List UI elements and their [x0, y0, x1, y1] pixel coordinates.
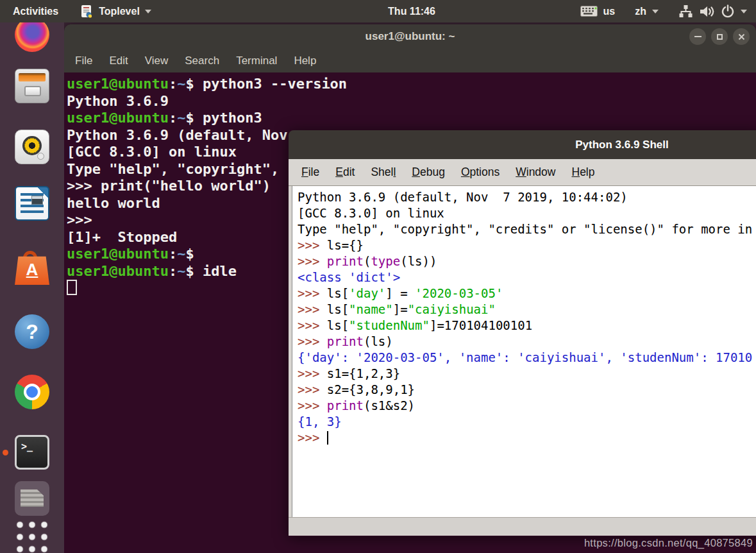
text-segment: >>> — [298, 382, 327, 396]
idle-menu-shell[interactable]: Shell — [371, 166, 396, 179]
dock-item-help[interactable] — [15, 314, 49, 349]
dock-item-writer[interactable] — [15, 186, 49, 221]
text-segment: user1@ubuntu — [67, 246, 169, 262]
code-line: >>> s1={1,2,3} — [298, 366, 756, 382]
text-segment: s1={1,2,3} — [327, 366, 400, 380]
text-segment: : — [169, 246, 177, 262]
dock-item-firefox[interactable] — [15, 22, 49, 52]
idle-bottom-frame — [289, 517, 756, 536]
terminal-menu-edit[interactable]: Edit — [109, 55, 128, 67]
clock[interactable]: Thu 11:46 — [388, 6, 435, 17]
idle-menu-options[interactable]: Options — [461, 166, 500, 179]
text-segment: print — [327, 334, 364, 348]
dock-item-software[interactable] — [15, 250, 49, 285]
text-segment: Python 3.6.9 (default, Nov — [67, 127, 287, 143]
chevron-down-icon[interactable] — [741, 10, 747, 13]
terminal-menu-file[interactable]: File — [75, 55, 92, 67]
keyboard-layout-label[interactable]: us — [603, 6, 616, 17]
help-question-icon — [15, 314, 49, 349]
idle-shell-window: Python 3.6.9 Shell FileEditShellDebugOpt… — [289, 130, 756, 536]
terminal-titlebar[interactable]: user1@ubuntu: ~ — [64, 24, 756, 49]
text-segment: user1@ubuntu — [67, 76, 169, 92]
code-line: <class 'dict'> — [298, 269, 756, 285]
text-segment: s2={3,8,9,1} — [327, 382, 415, 396]
dock-item-chrome[interactable] — [15, 375, 49, 409]
code-line: >>> s2={3,8,9,1} — [298, 382, 756, 398]
text-segment: >>> — [298, 430, 327, 445]
input-method-label[interactable]: zh — [635, 6, 646, 17]
code-line: >>> print(type(ls)) — [298, 253, 756, 269]
text-segment: ls[ — [327, 302, 349, 316]
text-segment: : — [169, 76, 177, 92]
text-segment: (s1&s2) — [364, 398, 415, 413]
text-segment: >>> — [298, 254, 327, 268]
code-line: Python 3.6.9 (default, Nov 7 2019, 10:44… — [298, 189, 756, 205]
power-icon — [721, 4, 735, 19]
dock-item-files[interactable] — [15, 69, 49, 103]
dock-item-launching[interactable] — [15, 481, 49, 516]
code-line: >>> ls={} — [298, 237, 756, 253]
code-line: >>> ls['day'] = '2020-03-05' — [298, 285, 756, 302]
text-segment: >>> — [298, 238, 327, 252]
text-segment: >>> — [298, 398, 327, 413]
text-segment: print — [327, 398, 364, 413]
window-controls — [689, 28, 750, 45]
code-line: user1@ubuntu:~$ python3 — [67, 110, 756, 127]
dock-item-terminal[interactable] — [15, 435, 49, 470]
text-segment: hello world — [67, 195, 160, 211]
libreoffice-writer-icon — [15, 186, 49, 221]
text-segment: ]=170104100101 — [430, 318, 532, 332]
desktop: Activities Toplevel Thu 11:46 us zh — [0, 0, 756, 553]
dock-item-apps[interactable] — [15, 520, 49, 553]
text-segment: "studenNum" — [349, 318, 430, 332]
text-segment: >>> — [298, 286, 327, 300]
terminal-menu-search[interactable]: Search — [185, 55, 219, 67]
idle-menu-debug[interactable]: Debug — [412, 166, 445, 179]
minimize-button[interactable] — [689, 28, 706, 45]
app-menu[interactable]: Toplevel — [80, 4, 151, 18]
code-line: >>> print(ls) — [298, 334, 756, 350]
terminal-window-title: user1@ubuntu: ~ — [365, 30, 455, 43]
python-app-icon — [80, 4, 94, 18]
text-segment: ls[ — [327, 286, 349, 300]
idle-menu-file[interactable]: File — [301, 166, 319, 179]
text-segment: (ls) — [364, 334, 393, 348]
maximize-button[interactable] — [711, 28, 728, 45]
dock-item-rhythmbox[interactable] — [15, 130, 49, 164]
code-line: >>> ls["name"]="caiyishuai" — [298, 302, 756, 318]
keyboard-icon — [580, 6, 598, 17]
close-button[interactable] — [733, 28, 750, 45]
app-menu-label: Toplevel — [99, 6, 140, 17]
volume-icon — [699, 4, 715, 19]
code-line: [GCC 8.3.0] on linux — [298, 205, 756, 221]
text-segment: Python 3.6.9 — [67, 93, 169, 109]
terminal-menu-terminal[interactable]: Terminal — [236, 55, 277, 67]
code-line: >>> ls["studenNum"]=170104100101 — [298, 318, 756, 334]
idle-menu-window[interactable]: Window — [516, 166, 555, 179]
text-segment: 'day' — [349, 286, 385, 300]
text-segment: ~ — [177, 246, 185, 262]
text-segment: : — [169, 110, 177, 126]
text-segment: (ls)) — [400, 254, 437, 268]
idle-shell-content[interactable]: Python 3.6.9 (default, Nov 7 2019, 10:44… — [289, 186, 756, 517]
text-segment: ] = — [385, 286, 415, 300]
text-segment: {1, 3} — [298, 414, 342, 429]
idle-menu-help[interactable]: Help — [571, 166, 594, 179]
terminal-menu-view[interactable]: View — [145, 55, 169, 67]
activities-button[interactable]: Activities — [13, 6, 58, 17]
speaker-music-icon — [15, 130, 49, 164]
text-segment: ls={} — [327, 238, 364, 252]
text-segment: >>> print("hello world") — [67, 178, 271, 194]
text-segment: [GCC 8.3.0] on linux — [67, 144, 237, 160]
text-segment: >>> — [67, 212, 92, 228]
terminal-menu-help[interactable]: Help — [294, 55, 316, 67]
text-segment: >>> — [298, 302, 327, 316]
terminal-icon — [15, 435, 49, 470]
launching-app-icon — [15, 481, 49, 516]
idle-titlebar[interactable]: Python 3.6.9 Shell — [289, 130, 756, 159]
ubuntu-software-icon — [15, 250, 49, 285]
text-segment: [1]+ Stopped — [67, 229, 177, 245]
file-cabinet-icon — [15, 69, 49, 103]
text-segment: >>> — [298, 318, 327, 332]
idle-menu-edit[interactable]: Edit — [335, 166, 355, 179]
